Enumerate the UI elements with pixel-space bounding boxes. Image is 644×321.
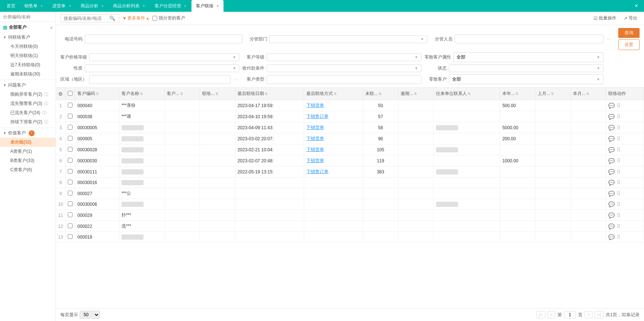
row-checkbox[interactable] [68, 223, 73, 228]
more-icon[interactable]: ⠿ [617, 234, 620, 240]
row-checkbox[interactable] [68, 169, 73, 174]
sort-icon-contact[interactable]: ⇅ [215, 92, 218, 96]
region-input[interactable] [89, 75, 230, 84]
last-contact-type-link[interactable]: 下销货单 [306, 103, 324, 108]
phone-input[interactable] [85, 35, 242, 43]
first-page-btn[interactable]: |< [536, 311, 545, 318]
sidebar-item-tomorrow[interactable]: 明天待联络(1) [0, 51, 56, 60]
tab-sales-close[interactable]: × [41, 4, 43, 8]
tab-customer-contact-close[interactable]: × [217, 4, 219, 8]
row-checkbox-cell[interactable] [66, 188, 75, 199]
nature-select[interactable]: ▼ [85, 64, 239, 72]
row-checkbox-cell[interactable] [66, 221, 75, 232]
more-icon[interactable]: ⠿ [617, 201, 620, 207]
pending-group-header[interactable]: ▼ 待联络客户 [0, 33, 56, 42]
my-customers-filter[interactable]: 我分管的客户 [152, 15, 185, 21]
last-contact-type-link[interactable]: 下销售订单 [306, 114, 328, 119]
person-input[interactable] [455, 35, 603, 43]
last-page-btn[interactable]: >| [595, 311, 603, 318]
sidebar-item-hoard-abnormal[interactable]: 囤购异常客户(2) ⓘ [0, 90, 56, 99]
row-checkbox[interactable] [68, 114, 73, 119]
contact-icon[interactable]: 💬 [608, 125, 615, 131]
sidebar-collapse-btn[interactable]: « [50, 25, 53, 30]
filter-search-box[interactable]: 🔍 [60, 14, 119, 22]
last-contact-type-link[interactable]: 下销货单 [306, 125, 324, 130]
tab-customer-seg-close[interactable]: × [184, 4, 186, 8]
contact-icon[interactable]: 💬 [608, 103, 615, 109]
filter-more-conditions[interactable]: ▼ 更多条件 ▲ [122, 15, 149, 21]
sidebar-item-overdue[interactable]: 逾期未联络(30) [0, 70, 56, 79]
sort-icon-type[interactable]: ⇅ [180, 92, 183, 96]
contact-icon[interactable]: 💬 [608, 158, 615, 164]
per-page-select[interactable]: 50 20 100 [80, 311, 100, 319]
nav-tab-analysis[interactable]: 商品分析 × [76, 0, 108, 12]
nav-home[interactable]: 首页 [3, 0, 19, 12]
th-checkbox[interactable] [66, 88, 75, 100]
row-checkbox-cell[interactable] [66, 133, 75, 144]
select-all-checkbox[interactable] [68, 91, 73, 96]
last-contact-type-link[interactable]: 下销货单 [306, 158, 324, 163]
sort-icon-unit[interactable]: ⇅ [468, 92, 471, 96]
page-input[interactable] [564, 311, 576, 318]
retail-customer-select[interactable]: 全部▼ [449, 74, 603, 84]
last-contact-type-link[interactable]: 下销售订单 [306, 169, 328, 174]
row-checkbox-cell[interactable] [66, 100, 75, 111]
filter-search-icon[interactable]: 🔍 [109, 15, 115, 21]
row-checkbox[interactable] [68, 103, 73, 107]
my-customers-checkbox[interactable] [152, 16, 157, 21]
sidebar-search-input[interactable] [3, 14, 56, 20]
person-ellipsis-btn[interactable]: ··· [606, 36, 612, 42]
row-checkbox-cell[interactable] [66, 155, 75, 166]
sidebar-item-7days[interactable]: 近7天待联络(0) [0, 60, 56, 70]
row-checkbox[interactable] [68, 180, 73, 184]
row-checkbox[interactable] [68, 147, 73, 152]
more-icon[interactable]: ⠿ [617, 114, 620, 120]
customer-type-input[interactable] [267, 75, 421, 84]
more-icon[interactable]: ⠿ [617, 212, 620, 218]
row-checkbox-cell[interactable] [66, 210, 75, 221]
sidebar-item-declining[interactable]: 持续下滑客户(2) ⓘ [0, 117, 56, 127]
sort-icon-type2[interactable]: ⇅ [334, 92, 337, 96]
more-icon[interactable]: ⠿ [617, 191, 620, 197]
value-group-header[interactable]: ▼ 价值客户 ! [0, 128, 56, 138]
contact-icon[interactable]: 💬 [608, 223, 615, 229]
sidebar-item-churn-warning[interactable]: 流失预警客户(3) ⓘ [0, 99, 56, 108]
filter-search-input[interactable] [64, 16, 108, 21]
sidebar-item-ungroup[interactable]: 未分组(32) [0, 138, 56, 147]
more-icon[interactable]: ⠿ [617, 169, 620, 175]
export-btn[interactable]: ↗ 导出 [622, 14, 640, 22]
more-icon[interactable]: ⠿ [617, 125, 620, 131]
more-icon[interactable]: ⠿ [617, 180, 620, 186]
contact-icon[interactable]: 💬 [608, 212, 615, 218]
row-checkbox[interactable] [68, 234, 73, 239]
row-checkbox-cell[interactable] [66, 232, 75, 243]
th-settings[interactable]: ⚙ [56, 88, 66, 100]
contact-icon[interactable]: 💬 [608, 180, 615, 186]
batch-operation-btn[interactable]: ☑ 批量操作 [591, 14, 619, 22]
row-checkbox[interactable] [68, 136, 73, 141]
sidebar-search-box[interactable]: 🔍 [0, 12, 56, 22]
sort-icon-lastmonth[interactable]: ⇅ [551, 92, 554, 96]
problem-group-header[interactable]: ▼ 问题客户 [0, 81, 56, 90]
row-checkbox-cell[interactable] [66, 111, 75, 122]
row-checkbox[interactable] [68, 201, 73, 206]
sort-icon-thismonth[interactable]: ⇅ [586, 92, 589, 96]
last-contact-type-link[interactable]: 下销货单 [306, 136, 324, 141]
sidebar-item-class-c[interactable]: C类客户(6) [0, 165, 56, 174]
region-ellipsis-btn[interactable]: ··· [233, 77, 239, 82]
contact-icon[interactable]: 💬 [608, 201, 615, 207]
row-checkbox[interactable] [68, 212, 73, 217]
nav-tab-purchase[interactable]: 进货单 × [48, 0, 75, 12]
row-checkbox-cell[interactable] [66, 122, 75, 133]
retail-attr-select[interactable]: 全部▼ [453, 52, 603, 62]
more-icon[interactable]: ⠿ [617, 103, 620, 109]
tab-analysis-close[interactable]: × [101, 4, 103, 8]
row-checkbox-cell[interactable] [66, 166, 75, 177]
last-contact-type-link[interactable]: 下销货单 [306, 147, 324, 152]
more-icon[interactable]: ⠿ [617, 136, 620, 142]
contact-icon[interactable]: 💬 [608, 234, 615, 240]
sort-icon-overdue[interactable]: ⇅ [414, 92, 417, 96]
next-page-btn[interactable]: > [585, 311, 592, 318]
row-checkbox-cell[interactable] [66, 199, 75, 210]
nav-tab-customer-contact[interactable]: 客户联络 × [191, 0, 223, 12]
